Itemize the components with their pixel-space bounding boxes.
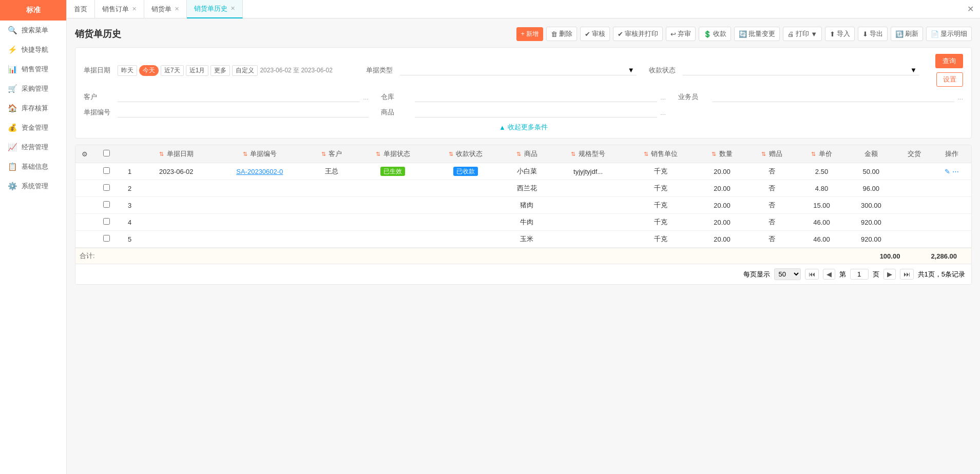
- export-icon: ⬇: [862, 30, 868, 38]
- customer-dots[interactable]: ...: [363, 93, 369, 101]
- sales-unit-column-header[interactable]: ⇅ 销售单位: [624, 145, 697, 163]
- sales-unit-cell: 千克: [624, 231, 697, 248]
- table-header-row: ⚙ ⇅ 单据日期 ⇅ 单据编号 ⇅ 客户: [75, 145, 971, 163]
- sidebar-item-purchase-mgmt[interactable]: 🛒 采购管理: [0, 79, 66, 98]
- tab-sales-goods[interactable]: 销货单 ✕: [144, 0, 187, 18]
- date-btn-7days[interactable]: 近7天: [161, 65, 184, 76]
- delete-button[interactable]: 🗑 删除: [546, 27, 577, 41]
- sidebar-item-funds-mgmt[interactable]: 💰 资金管理: [0, 118, 66, 137]
- abandon-button[interactable]: ↩ 弃审: [666, 27, 696, 41]
- salesperson-input[interactable]: [712, 92, 954, 102]
- row-checkbox[interactable]: [103, 184, 110, 191]
- collapse-label: 收起更多条件: [508, 123, 548, 132]
- customer-input[interactable]: [118, 92, 360, 102]
- more-action[interactable]: ⋯: [952, 168, 959, 175]
- refresh-button[interactable]: 🔃 刷新: [891, 27, 923, 41]
- row-checkbox[interactable]: [103, 167, 110, 174]
- select-all-checkbox[interactable]: [103, 150, 110, 156]
- customer-column-header[interactable]: ⇅ 客户: [307, 145, 357, 163]
- tab-bar-close-all[interactable]: ✕: [961, 4, 980, 14]
- sidebar-item-inventory[interactable]: 🏠 库存核算: [0, 98, 66, 118]
- tab-sales-order-close[interactable]: ✕: [132, 6, 137, 12]
- date-btn-today[interactable]: 今天: [139, 65, 159, 76]
- page-number-input[interactable]: [850, 269, 869, 280]
- collect-status-select[interactable]: ▼: [683, 65, 919, 75]
- page-size-select[interactable]: 50 100 200: [774, 268, 801, 280]
- tab-sales-goods-close[interactable]: ✕: [175, 6, 179, 12]
- print-button[interactable]: 🖨 打印 ▼: [783, 27, 822, 41]
- data-table-wrapper: ⚙ ⇅ 单据日期 ⇅ 单据编号 ⇅ 客户: [75, 145, 972, 285]
- display-detail-button[interactable]: 📄 显示明细: [926, 27, 972, 41]
- filter-goods: 商品 ...: [381, 107, 666, 117]
- filter-customer: 客户 ...: [84, 92, 369, 102]
- tab-sales-history-close[interactable]: ✕: [230, 5, 235, 12]
- page-next-button[interactable]: ▶: [883, 269, 896, 280]
- settings-column-header[interactable]: ⚙: [75, 145, 94, 163]
- date-btn-yesterday[interactable]: 昨天: [118, 65, 137, 76]
- gift-column-header[interactable]: ⇅ 赠品: [747, 145, 797, 163]
- warehouse-input[interactable]: [415, 92, 657, 102]
- doc-status-column-header[interactable]: ⇅ 单据状态: [357, 145, 430, 163]
- sidebar-item-basic-info[interactable]: 📋 基础信息: [0, 157, 66, 176]
- warehouse-dots[interactable]: ...: [660, 93, 666, 101]
- sidebar-item-ops-mgmt[interactable]: 📈 经营管理: [0, 137, 66, 157]
- tab-sales-history[interactable]: 销货单历史 ✕: [187, 0, 243, 18]
- date-btn-1month[interactable]: 近1月: [186, 65, 209, 76]
- setting-button[interactable]: 设置: [936, 72, 963, 87]
- collapse-button[interactable]: ▲ 收起更多条件: [84, 123, 963, 132]
- doc-number-input[interactable]: [118, 107, 369, 117]
- quantity-column-header[interactable]: ⇅ 数量: [697, 145, 747, 163]
- page-first-button[interactable]: ⏮: [805, 269, 819, 280]
- page-title: 销货单历史: [75, 28, 121, 40]
- spec-type-cell: [552, 231, 625, 248]
- collect-button[interactable]: 💲 收款: [699, 27, 731, 41]
- import-button[interactable]: ⬆ 导入: [825, 27, 855, 41]
- print-icon: 🖨: [787, 30, 794, 38]
- tab-sales-order[interactable]: 销售订单 ✕: [95, 0, 144, 18]
- date-btn-custom[interactable]: 自定义: [232, 65, 258, 76]
- approve-print-button[interactable]: ✔ 审核并打印: [613, 27, 663, 41]
- doc-number-column-header[interactable]: ⇅ 单据编号: [213, 145, 306, 163]
- sidebar-item-label: 经营管理: [22, 143, 48, 152]
- collect-status-column-header[interactable]: ⇅ 收款状态: [429, 145, 502, 163]
- sidebar-item-search-menu[interactable]: 🔍 搜索菜单: [0, 21, 66, 40]
- doc-date-column-header[interactable]: ⇅ 单据日期: [140, 145, 213, 163]
- row-checkbox[interactable]: [103, 201, 110, 208]
- transaction-cell: [896, 214, 933, 231]
- sidebar-logo: 标准: [0, 0, 66, 21]
- tab-home[interactable]: 首页: [67, 0, 95, 18]
- approve-icon: ✔: [585, 30, 590, 38]
- doc-type-label: 单据类型: [366, 66, 397, 75]
- export-button[interactable]: ⬇ 导出: [858, 27, 888, 41]
- date-label: 单据日期: [84, 66, 114, 75]
- row-checkbox[interactable]: [103, 235, 110, 242]
- goods-input[interactable]: [415, 107, 657, 117]
- customer-cell: [307, 180, 357, 197]
- page-prev-button[interactable]: ◀: [823, 269, 835, 280]
- batch-change-button[interactable]: 🔄 批量变更: [734, 27, 780, 41]
- goods-column-header[interactable]: ⇅ 商品: [502, 145, 552, 163]
- edit-action[interactable]: ✎: [945, 168, 950, 175]
- rownum-cell: 4: [120, 214, 140, 231]
- spec-type-column-header[interactable]: ⇅ 规格型号: [552, 145, 625, 163]
- new-button[interactable]: + 新增: [516, 27, 543, 41]
- sidebar-item-quick-nav[interactable]: ⚡ 快捷导航: [0, 40, 66, 60]
- query-button[interactable]: 查询: [935, 54, 963, 68]
- row-checkbox[interactable]: [103, 218, 110, 225]
- salesperson-dots[interactable]: ...: [957, 93, 963, 101]
- sidebar-item-system-mgmt[interactable]: ⚙️ 系统管理: [0, 176, 66, 196]
- summary-total-amount: 2,286.00: [931, 252, 957, 260]
- doc-number-link[interactable]: SA-20230602-0: [236, 168, 283, 175]
- quantity-cell: 20.00: [697, 197, 747, 214]
- doc-number-label: 单据编号: [84, 108, 114, 117]
- sidebar-item-sales-mgmt[interactable]: 📊 销售管理: [0, 60, 66, 79]
- goods-dots[interactable]: ...: [660, 109, 666, 116]
- page-last-button[interactable]: ⏭: [900, 269, 914, 280]
- transaction-cell: [896, 231, 933, 248]
- search-menu-icon: 🔍: [8, 26, 17, 35]
- collect-status-col-label: 收款状态: [456, 150, 483, 157]
- unit-price-column-header[interactable]: ⇅ 单价: [797, 145, 847, 163]
- approve-button[interactable]: ✔ 审核: [580, 27, 610, 41]
- doc-type-select[interactable]: ▼: [400, 65, 636, 75]
- date-btn-more[interactable]: 更多: [210, 65, 230, 76]
